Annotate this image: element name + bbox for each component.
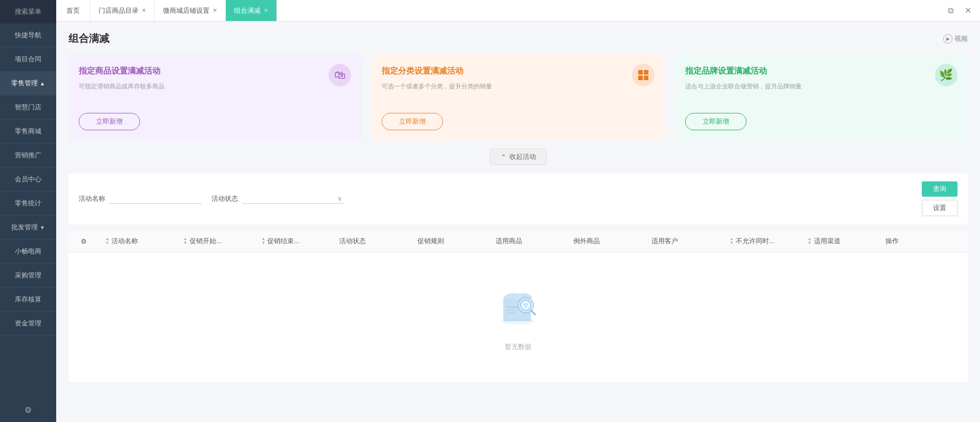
activity-name-input[interactable] — [109, 194, 201, 204]
empty-state: 暂无数据 — [68, 252, 968, 382]
content-area: 组合满减 ▶ 视频 🛍 指定商品设置满减活动 可指定滞销商品或库存较多商品 立即… — [56, 21, 980, 422]
product-add-button[interactable]: 立即新增 — [79, 113, 140, 130]
filter-actions: 查询 设置 — [922, 181, 958, 216]
th-promo-end[interactable]: ▲▼ 促销结束... — [257, 237, 335, 246]
sidebar-item-marketing[interactable]: 营销推广 — [0, 144, 56, 168]
sidebar-item-retail-management[interactable]: 零售管理 — [0, 72, 56, 96]
page-title: 组合满减 — [68, 32, 109, 45]
activity-status-label: 活动状态 — [212, 194, 238, 203]
table-container: ⚙ ▲▼ 活动名称 ▲▼ 促销开始... ▲▼ 促销结束... 活动状态 — [68, 230, 968, 382]
sidebar-item-inventory[interactable]: 库存核算 — [0, 288, 56, 312]
tab-close-wechat-settings[interactable]: ✕ — [213, 7, 217, 14]
sidebar-item-project-contract[interactable]: 项目合同 — [0, 48, 56, 72]
filter-activity-status: 活动状态 ∨ — [212, 194, 344, 204]
svg-point-7 — [521, 300, 531, 310]
chevron-down-icon: ∨ — [337, 195, 342, 202]
settings-icon[interactable]: ⚙ — [0, 398, 56, 422]
sidebar-item-smart-store[interactable]: 智慧门店 — [0, 96, 56, 120]
th-no-concurrent[interactable]: ▲▼ 不允许同时... — [726, 237, 804, 246]
collapse-button[interactable]: ⌃ 收起活动 — [490, 149, 547, 165]
play-icon: ▶ — [943, 34, 952, 43]
sidebar-item-member-center[interactable]: 会员中心 — [0, 168, 56, 192]
window-controls: ⧉ ✕ — [938, 5, 980, 17]
video-link[interactable]: ▶ 视频 — [943, 34, 968, 43]
svg-rect-0 — [638, 70, 643, 75]
collapse-icon: ⌃ — [501, 153, 506, 161]
activity-status-select[interactable]: ∨ — [242, 194, 344, 204]
brand-promo-card: 🌿 指定品牌设置满减活动 适合与上游企业联合做营销，提升品牌销量 立即新增 — [675, 54, 968, 140]
sidebar-item-xiaochangec[interactable]: 小畅电商 — [0, 240, 56, 264]
brand-card-desc: 适合与上游企业联合做营销，提升品牌销量 — [685, 82, 958, 105]
sidebar-item-wholesale[interactable]: 批发管理 — [0, 216, 56, 240]
tab-close-product-catalog[interactable]: ✕ — [142, 7, 146, 14]
svg-rect-9 — [506, 307, 518, 308]
activity-name-label: 活动名称 — [79, 194, 105, 203]
close-button[interactable]: ✕ — [962, 5, 974, 17]
svg-rect-10 — [506, 310, 515, 311]
category-add-button[interactable]: 立即新增 — [382, 113, 443, 130]
query-button[interactable]: 查询 — [922, 181, 958, 197]
tab-home[interactable]: 首页 — [56, 0, 90, 21]
sidebar-item-quick-nav[interactable]: 快捷导航 — [0, 24, 56, 48]
brand-icon: 🌿 — [935, 64, 958, 86]
sidebar-item-purchase[interactable]: 采购管理 — [0, 264, 56, 288]
th-gear[interactable]: ⚙ — [77, 238, 101, 245]
category-icon — [632, 64, 655, 86]
th-exceptional-goods: 例外商品 — [569, 237, 647, 246]
th-operations: 操作 — [881, 237, 960, 246]
th-applicable-channel[interactable]: ▲▼ 适用渠道 — [804, 237, 882, 246]
setting-button[interactable]: 设置 — [922, 200, 958, 216]
th-promo-rule: 促销规则 — [413, 237, 492, 246]
brand-add-button[interactable]: 立即新增 — [685, 113, 746, 130]
product-card-title: 指定商品设置满减活动 — [79, 66, 351, 77]
category-card-title: 指定分类设置满减活动 — [382, 66, 654, 77]
filter-activity-name: 活动名称 — [79, 194, 201, 204]
th-promo-start[interactable]: ▲▼ 促销开始... — [179, 237, 258, 246]
page-header: 组合满减 ▶ 视频 — [68, 32, 968, 45]
product-card-desc: 可指定滞销商品或库存较多商品 — [79, 82, 351, 105]
empty-illustration — [493, 283, 544, 334]
tab-product-catalog[interactable]: 门店商品目录 ✕ — [90, 0, 155, 21]
svg-rect-2 — [638, 76, 643, 80]
category-card-desc: 可选一个或者多个分类，提升分类的销量 — [382, 82, 654, 105]
filter-row: 活动名称 活动状态 ∨ 查询 设置 — [68, 173, 968, 224]
th-activity-status: 活动状态 — [335, 237, 413, 246]
tab-close-combo-discount[interactable]: ✕ — [264, 7, 268, 14]
tab-wechat-settings[interactable]: 微商城店铺设置 ✕ — [155, 0, 226, 21]
svg-rect-11 — [506, 313, 517, 314]
sidebar-item-finance[interactable]: 资金管理 — [0, 312, 56, 336]
table-header: ⚙ ▲▼ 活动名称 ▲▼ 促销开始... ▲▼ 促销结束... 活动状态 — [68, 230, 968, 252]
tab-combo-discount[interactable]: 组合满减 ✕ — [226, 0, 277, 21]
product-promo-card: 🛍 指定商品设置满减活动 可指定滞销商品或库存较多商品 立即新增 — [68, 54, 361, 140]
sidebar-search[interactable]: 搜索菜单 — [0, 0, 56, 24]
maximize-button[interactable]: ⧉ — [944, 5, 956, 17]
th-applicable-customer: 适用客户 — [647, 237, 726, 246]
th-activity-name[interactable]: ▲▼ 活动名称 — [101, 237, 179, 246]
svg-point-13 — [526, 303, 528, 305]
sidebar: 搜索菜单 快捷导航 项目合同 零售管理 智慧门店 零售商城 营销推广 会员中心 … — [0, 0, 56, 422]
tab-bar: 首页 门店商品目录 ✕ 微商城店铺设置 ✕ 组合满减 ✕ ⧉ ✕ — [56, 0, 980, 21]
svg-line-8 — [531, 310, 535, 314]
th-applicable-goods: 适用商品 — [492, 237, 570, 246]
category-promo-card: 指定分类设置满减活动 可选一个或者多个分类，提升分类的销量 立即新增 — [371, 54, 664, 140]
svg-point-12 — [524, 303, 525, 305]
main-area: 首页 门店商品目录 ✕ 微商城店铺设置 ✕ 组合满减 ✕ ⧉ ✕ 组合满减 ▶ … — [56, 0, 980, 422]
product-icon: 🛍 — [329, 64, 351, 86]
brand-card-title: 指定品牌设置满减活动 — [685, 66, 958, 77]
svg-point-14 — [525, 306, 526, 307]
empty-text: 暂无数据 — [505, 342, 531, 351]
collapse-bar: ⌃ 收起活动 — [68, 149, 968, 165]
sidebar-item-retail-mall[interactable]: 零售商城 — [0, 120, 56, 144]
cards-row: 🛍 指定商品设置满减活动 可指定滞销商品或库存较多商品 立即新增 指定分类设置满… — [68, 54, 968, 140]
gear-icon: ⚙ — [81, 238, 87, 245]
svg-rect-1 — [644, 70, 648, 75]
svg-rect-3 — [644, 76, 648, 80]
sidebar-item-retail-stats[interactable]: 零售统计 — [0, 192, 56, 216]
